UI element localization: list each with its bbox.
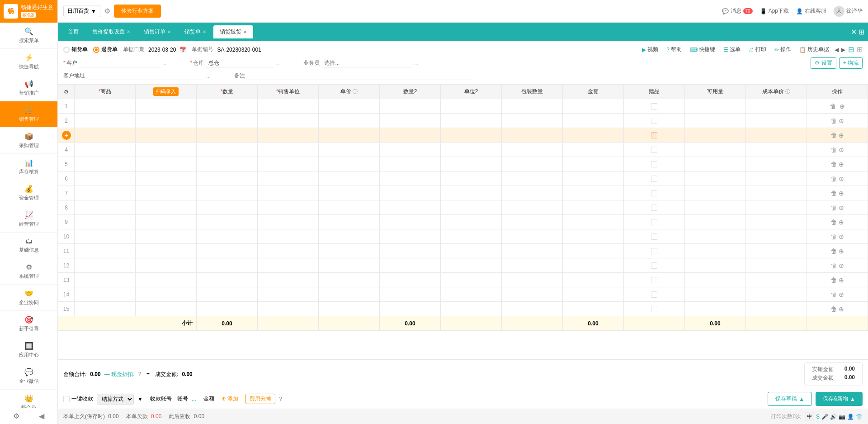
topbar-gear-icon[interactable]: ⚙ — [104, 7, 110, 15]
sidebar-collapse-icon[interactable]: ◀ — [39, 412, 44, 420]
copy-10[interactable]: ⊕ — [839, 233, 844, 240]
cost-info-icon[interactable]: ⓘ — [785, 89, 790, 94]
goods-input-1[interactable] — [76, 103, 133, 110]
del-4[interactable]: 🗑 — [830, 146, 837, 153]
del-11[interactable]: 🗑 — [830, 248, 837, 255]
nav-prev-icon[interactable]: ◀ — [835, 47, 839, 53]
del-13[interactable]: 🗑 — [830, 276, 837, 284]
gift-checkbox-6[interactable] — [651, 176, 657, 182]
row-unit[interactable] — [258, 99, 319, 114]
del-14[interactable]: 🗑 — [830, 291, 837, 298]
tab-order-close[interactable]: ✕ — [167, 29, 171, 34]
sidebar-item-wechat[interactable]: 💬 企业微信 — [0, 363, 57, 390]
gift-checkbox-7[interactable] — [651, 190, 657, 196]
gift-checkbox-11[interactable] — [651, 248, 657, 254]
del-6[interactable]: 🗑 — [830, 175, 837, 182]
del-12[interactable]: 🗑 — [830, 262, 837, 269]
copy-icon-1[interactable]: ⊕ — [840, 103, 845, 110]
row-unit2[interactable] — [441, 99, 502, 114]
tab-expand-icon[interactable]: ⊞ — [859, 28, 864, 36]
tab-returns[interactable]: 销货退货 ✕ — [213, 25, 253, 38]
row-cost[interactable] — [746, 99, 807, 114]
tab-home[interactable]: 首页 — [61, 25, 85, 38]
customer-dots[interactable]: ... — [162, 60, 167, 67]
del-7[interactable]: 🗑 — [830, 190, 837, 197]
toolbar-shortcuts[interactable]: ⌨ 快捷键 — [687, 44, 718, 55]
warehouse-dots[interactable]: ... — [275, 60, 280, 67]
gift-checkbox-1[interactable] — [651, 103, 657, 110]
gift-checkbox-13[interactable] — [651, 277, 657, 283]
column-settings-icon[interactable]: ⚙ — [64, 89, 69, 95]
del-15[interactable]: 🗑 — [830, 305, 837, 313]
address-dots[interactable]: ... — [206, 73, 211, 79]
tool-speak-icon[interactable]: 🔊 — [830, 414, 837, 420]
sidebar-item-member[interactable]: 👑 畅会员 — [0, 390, 57, 408]
sidebar-item-sales[interactable]: 🛒 销售管理 — [0, 101, 57, 128]
discount-help-icon[interactable]: ? — [138, 371, 141, 377]
del-8[interactable]: 🗑 — [830, 204, 837, 211]
message-btn[interactable]: 💬 消息 70 — [722, 7, 753, 15]
row-pack[interactable] — [502, 99, 563, 114]
app-download-btn[interactable]: 📱 App下载 — [760, 7, 789, 15]
sidebar-item-inventory[interactable]: 📊 库存核算 — [0, 154, 57, 180]
row-qty2[interactable] — [380, 99, 441, 114]
copy-8[interactable]: ⊕ — [839, 204, 844, 211]
sidebar-item-shortcut[interactable]: ⚡ 快捷导航 — [0, 49, 57, 75]
industry-selector[interactable]: 日用百货 ▼ — [63, 5, 100, 17]
tool-camera-icon[interactable]: 📷 — [839, 414, 845, 420]
delete-icon-3[interactable]: 🗑 — [830, 132, 837, 139]
tab-sales[interactable]: 销货单 ✕ — [178, 25, 212, 38]
calendar-icon[interactable]: 📅 — [179, 47, 186, 53]
tab-sales-order[interactable]: 销售订单 ✕ — [137, 25, 177, 38]
online-service-btn[interactable]: 👤 在线客服 — [796, 7, 826, 15]
radio-sale[interactable]: 销货单 — [63, 46, 88, 53]
gift-checkbox-3[interactable] — [651, 132, 657, 138]
del-10[interactable]: 🗑 — [830, 233, 837, 240]
add-row-button[interactable]: + — [62, 131, 71, 140]
pay-checkbox[interactable] — [63, 396, 70, 402]
sidebar-item-apps[interactable]: 🔲 应用中心 — [0, 337, 57, 363]
sidebar-item-operations[interactable]: 📈 经营管理 — [0, 206, 57, 233]
toolbar-video[interactable]: ▶ 视频 — [639, 44, 661, 55]
sidebar-item-finance[interactable]: 💰 资金管理 — [0, 180, 57, 206]
copy-icon-2[interactable]: ⊕ — [839, 117, 844, 124]
sidebar-item-system[interactable]: ⚙ 系统管理 — [0, 258, 57, 285]
gift-checkbox-12[interactable] — [651, 262, 657, 269]
tab-price-settings[interactable]: 售价提取设置 ✕ — [86, 25, 137, 38]
customer-input[interactable] — [79, 59, 160, 67]
row-goods[interactable] — [75, 99, 136, 114]
sidebar-item-basics[interactable]: 🗂 基础信息 — [0, 233, 57, 258]
copy-4[interactable]: ⊕ — [839, 146, 844, 153]
settings-button[interactable]: ⚙ 设置 — [811, 57, 836, 69]
del-9[interactable]: 🗑 — [830, 219, 837, 226]
row-price[interactable] — [319, 99, 380, 114]
gift-checkbox-8[interactable] — [651, 205, 657, 211]
gift-checkbox-15[interactable] — [651, 306, 657, 312]
sidebar-item-newbie[interactable]: 🎯 新手引导 — [0, 311, 57, 337]
add-payment-button[interactable]: ⊕ 添加 — [222, 395, 238, 403]
calc-method-select[interactable]: 结算方式 — [97, 394, 134, 405]
user-profile-btn[interactable]: 人 徐泽华 — [834, 6, 863, 17]
scan-button[interactable]: 扫码录入 — [153, 87, 179, 96]
tab-sales-close[interactable]: ✕ — [203, 29, 206, 34]
row-gift[interactable] — [624, 99, 685, 114]
warehouse-input[interactable] — [206, 59, 274, 67]
delete-icon-1[interactable]: 🗑 — [830, 103, 836, 110]
one-click-pay-checkbox[interactable]: 一键收款 — [63, 395, 93, 403]
gift-checkbox-10[interactable] — [651, 233, 657, 240]
sidebar-item-marketing[interactable]: 📢 营销推广 — [0, 75, 57, 101]
delete-icon-2[interactable]: 🗑 — [830, 117, 837, 124]
account-dots[interactable]: ... — [192, 396, 196, 402]
copy-7[interactable]: ⊕ — [839, 190, 844, 197]
toolbar-edit[interactable]: ✏ 操作 — [772, 44, 794, 55]
copy-6[interactable]: ⊕ — [839, 175, 844, 182]
row-qty[interactable] — [197, 99, 258, 114]
toolbar-select[interactable]: ☰ 选单 — [721, 44, 743, 55]
tab-price-close[interactable]: ✕ — [127, 29, 130, 34]
gift-checkbox-5[interactable] — [651, 161, 657, 167]
sidebar-item-purchase[interactable]: 📦 采购管理 — [0, 128, 57, 154]
address-input[interactable] — [87, 71, 204, 80]
tab-returns-close[interactable]: ✕ — [243, 29, 247, 34]
radio-return[interactable]: 退货单 — [93, 46, 118, 53]
row-available[interactable] — [685, 99, 746, 114]
